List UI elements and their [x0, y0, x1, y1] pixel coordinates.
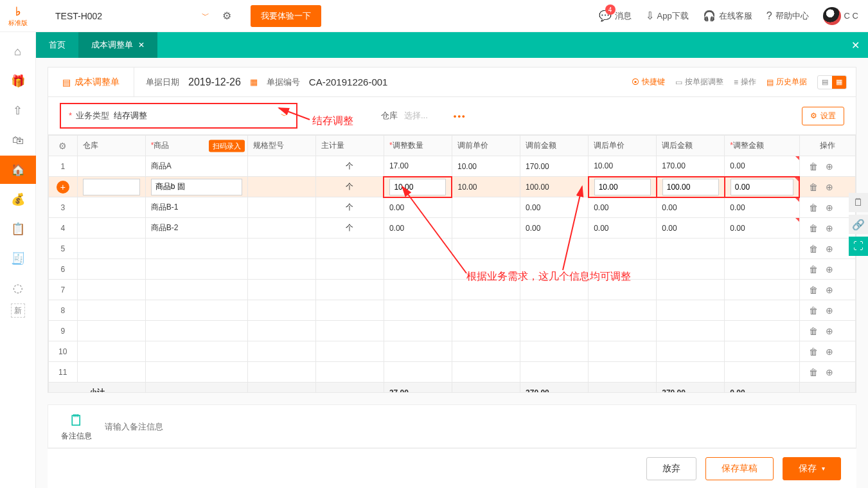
copy-row-icon[interactable]: ⊕ — [826, 223, 833, 233]
cell-pre-amt[interactable] — [520, 239, 589, 259]
close-all-icon[interactable]: ✕ — [842, 32, 868, 58]
nav-finance-icon[interactable]: 🧾 — [0, 244, 36, 273]
cell-warehouse[interactable] — [77, 239, 145, 259]
cell-qty[interactable] — [384, 239, 452, 259]
cell-adj-amt[interactable]: 0.00 — [725, 218, 800, 239]
cell-spec[interactable] — [247, 280, 315, 300]
cell-pre-price[interactable] — [452, 197, 520, 218]
copy-row-icon[interactable]: ⊕ — [826, 367, 833, 377]
copy-row-icon[interactable]: ⊕ — [826, 182, 833, 192]
help-center-link[interactable]: ? 帮助中心 — [766, 10, 809, 22]
row-index[interactable]: + — [49, 177, 78, 197]
cell-unit[interactable] — [315, 321, 384, 341]
table-row[interactable]: 4商品B-2个0.000.000.000.000.00🗑⊕ — [49, 218, 856, 239]
view-grid-icon[interactable]: ▦ — [832, 76, 846, 89]
col-post-amt[interactable]: 调后金额 — [657, 136, 725, 156]
cell-pre-amt[interactable] — [520, 321, 589, 341]
table-row[interactable]: 8🗑⊕ — [49, 300, 856, 321]
cell-spec[interactable] — [247, 218, 315, 239]
post-amt-input[interactable] — [662, 179, 719, 195]
cell-product[interactable] — [145, 280, 247, 300]
tab-home[interactable]: 首页 — [36, 32, 78, 58]
close-icon[interactable]: ✕ — [138, 41, 145, 50]
col-pre-amt[interactable]: 调前金额 — [520, 136, 589, 156]
col-unit[interactable]: 主计量 — [315, 136, 384, 156]
cell-unit[interactable]: 个 — [315, 218, 384, 239]
ops-link[interactable]: ≡操作 — [734, 77, 756, 87]
cell-qty[interactable] — [384, 259, 452, 280]
copy-row-icon[interactable]: ⊕ — [826, 347, 833, 357]
shortcut-link[interactable]: ⦿快捷键 — [632, 77, 665, 87]
cell-adj-amt[interactable]: 0.00 — [725, 197, 800, 218]
cell-product[interactable] — [145, 341, 247, 362]
delete-row-icon[interactable]: 🗑 — [809, 367, 818, 377]
cell-pre-amt[interactable]: 100.00 — [520, 177, 589, 197]
nav-gift-icon[interactable]: 🎁 — [0, 67, 36, 95]
table-row[interactable]: 5🗑⊕ — [49, 239, 856, 259]
history-link[interactable]: ▤历史单据 — [766, 77, 807, 87]
cell-warehouse[interactable] — [77, 259, 145, 280]
cell-post-amt[interactable] — [657, 280, 725, 300]
cell-unit[interactable]: 个 — [315, 156, 384, 177]
cell-spec[interactable] — [247, 362, 315, 383]
cell-post-amt[interactable] — [657, 341, 725, 362]
cell-adj-amt[interactable] — [725, 300, 800, 321]
messages-link[interactable]: 💬 4 消息 — [599, 10, 632, 22]
cell-product[interactable]: 商品B-1 — [145, 197, 247, 218]
cell-adj-amt[interactable] — [725, 280, 800, 300]
cell-adj-amt[interactable] — [725, 259, 800, 280]
nav-home-icon[interactable]: ⌂ — [0, 37, 36, 66]
cell-post-price[interactable] — [589, 341, 657, 362]
cell-adj-amt[interactable] — [725, 321, 800, 341]
cell-warehouse[interactable] — [77, 197, 145, 218]
copy-row-icon[interactable]: ⊕ — [826, 285, 833, 295]
cell-pre-amt[interactable] — [520, 280, 589, 300]
copy-row-icon[interactable]: ⊕ — [826, 264, 833, 275]
row-index[interactable]: 3 — [49, 197, 78, 218]
cell-adj-amt[interactable]: 0.00 — [725, 156, 800, 177]
delete-row-icon[interactable]: 🗑 — [809, 305, 818, 316]
cell-warehouse[interactable] — [77, 177, 145, 197]
cell-adj-amt[interactable] — [725, 239, 800, 259]
cell-warehouse[interactable] — [77, 300, 145, 321]
nav-bag-icon[interactable]: 🛍 — [0, 126, 36, 154]
delete-row-icon[interactable]: 🗑 — [809, 182, 818, 192]
row-settings-header[interactable]: ⚙ — [49, 136, 78, 156]
save-button[interactable]: 保存▾ — [783, 457, 841, 480]
cell-adj-amt[interactable] — [725, 341, 800, 362]
cell-post-amt[interactable] — [657, 362, 725, 383]
table-row[interactable]: 10🗑⊕ — [49, 341, 856, 362]
cell-spec[interactable] — [247, 239, 315, 259]
cell-spec[interactable] — [247, 321, 315, 341]
nav-warehouse-icon[interactable]: 🏠 — [0, 156, 36, 184]
cta-button[interactable]: 我要体验一下 — [251, 5, 321, 27]
copy-row-icon[interactable]: ⊕ — [826, 305, 833, 316]
cell-product[interactable] — [145, 177, 247, 197]
doc-title-tab[interactable]: ▤ 成本调整单 — [48, 68, 134, 97]
nav-sync-icon[interactable]: ◌ — [0, 274, 36, 302]
remarks-input[interactable] — [105, 422, 843, 431]
cell-pre-price[interactable] — [452, 218, 520, 239]
cell-pre-price[interactable]: 10.00 — [452, 177, 520, 197]
table-row[interactable]: 6🗑⊕ — [49, 259, 856, 280]
customer-service-link[interactable]: 🎧 在线客服 — [703, 10, 752, 22]
cell-pre-price[interactable] — [452, 321, 520, 341]
cell-qty[interactable] — [384, 280, 452, 300]
table-row[interactable]: +个10.00100.00🗑⊕ — [49, 177, 856, 197]
cell-product[interactable]: 商品A — [145, 156, 247, 177]
link-tool-icon[interactable]: 🔗 — [849, 215, 868, 234]
table-row[interactable]: 7🗑⊕ — [49, 280, 856, 300]
cell-pre-amt[interactable]: 0.00 — [520, 197, 589, 218]
copy-row-icon[interactable]: ⊕ — [826, 161, 833, 172]
cell-pre-price[interactable] — [452, 239, 520, 259]
business-type-select[interactable]: * 业务类型 结存调整 ﹀ — [60, 103, 297, 129]
cell-adj-amt[interactable] — [725, 177, 800, 197]
cell-warehouse[interactable] — [77, 321, 145, 341]
app-download-link[interactable]: ⇩ App下载 — [646, 10, 689, 22]
cell-warehouse[interactable] — [77, 341, 145, 362]
cell-post-price[interactable]: 0.00 — [589, 218, 657, 239]
nav-up-icon[interactable]: ⇧ — [0, 96, 36, 125]
row-index[interactable]: 11 — [49, 362, 78, 383]
save-draft-button[interactable]: 保存草稿 — [705, 457, 774, 480]
copy-row-icon[interactable]: ⊕ — [826, 203, 833, 213]
